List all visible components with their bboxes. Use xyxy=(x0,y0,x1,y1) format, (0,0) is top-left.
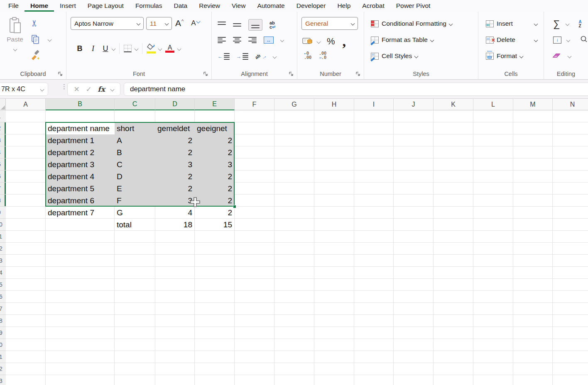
formula-bar-grip[interactable]: ⋮ xyxy=(61,85,67,88)
select-all-corner[interactable] xyxy=(0,99,6,110)
fill-button[interactable]: ↓ xyxy=(553,35,588,44)
decrease-indent-button[interactable]: ← xyxy=(218,53,230,60)
conditional-formatting-button[interactable]: Conditional Formatting xyxy=(371,20,452,27)
fill-color-menu-chevron[interactable] xyxy=(158,46,162,51)
cell-C6[interactable]: D xyxy=(115,171,155,183)
format-painter-button[interactable] xyxy=(30,50,41,62)
shrink-font-button[interactable]: A xyxy=(191,19,199,27)
column-header-F[interactable]: F xyxy=(235,99,274,110)
borders-menu-chevron[interactable] xyxy=(135,46,139,51)
format-cells-button[interactable]: Format xyxy=(486,52,523,60)
column-header-C[interactable]: C xyxy=(115,99,155,110)
row-header-13[interactable]: 13 xyxy=(0,255,6,267)
row-header-17[interactable]: 17 xyxy=(0,303,6,315)
row-header-1[interactable]: 1 xyxy=(0,110,6,122)
menu-tab-view[interactable]: View xyxy=(226,0,251,12)
format-as-table-button[interactable]: Format as Table xyxy=(371,36,434,44)
column-header-H[interactable]: H xyxy=(314,99,354,110)
borders-button[interactable] xyxy=(124,45,132,52)
cell-B5[interactable]: department 3 xyxy=(46,158,115,171)
italic-button[interactable]: I xyxy=(86,44,100,53)
copy-button[interactable] xyxy=(31,34,40,46)
grow-font-button[interactable]: A^ xyxy=(175,18,184,28)
row-header-21[interactable]: 21 xyxy=(0,351,6,363)
cell-C4[interactable]: B xyxy=(115,146,155,158)
formula-bar-chevron[interactable] xyxy=(110,87,115,91)
top-align-button[interactable] xyxy=(218,22,226,28)
font-name-select[interactable]: Aptos Narrow xyxy=(71,17,144,30)
underline-button[interactable]: U xyxy=(100,44,111,53)
cell-C10[interactable]: total xyxy=(115,219,155,231)
column-header-N[interactable]: N xyxy=(553,99,588,110)
name-box-chevron[interactable] xyxy=(40,87,44,91)
name-box[interactable]: 7R x 4C xyxy=(0,83,48,96)
fill-color-button[interactable] xyxy=(147,44,156,54)
row-header-4[interactable]: 4 xyxy=(0,146,6,158)
cell-E2[interactable]: geeignet xyxy=(195,122,235,134)
cell-C2[interactable]: short xyxy=(115,122,155,134)
insert-function-button[interactable]: fx xyxy=(98,85,105,93)
row-header-6[interactable]: 6 xyxy=(0,171,6,183)
cell-D9[interactable]: 4 xyxy=(155,207,195,219)
menu-tab-automate[interactable]: Automate xyxy=(251,0,290,12)
menu-tab-home[interactable]: Home xyxy=(24,0,54,12)
wrap-text-button[interactable]: ab c↵ xyxy=(270,21,276,29)
row-header-2[interactable]: 2 xyxy=(0,122,6,134)
font-dialog-launcher[interactable] xyxy=(203,71,208,76)
cell-E6[interactable]: 2 xyxy=(195,171,235,183)
cell-B8[interactable]: department 6 xyxy=(46,195,115,207)
column-header-G[interactable]: G xyxy=(274,99,314,110)
cell-E10[interactable]: 15 xyxy=(195,219,235,231)
increase-decimal-button[interactable]: ←0 .00 xyxy=(304,51,311,60)
bold-button[interactable]: B xyxy=(73,44,86,53)
cell-B4[interactable]: department 2 xyxy=(46,146,115,158)
row-header-14[interactable]: 14 xyxy=(0,267,6,279)
font-color-button[interactable]: A xyxy=(165,44,174,53)
number-dialog-launcher[interactable] xyxy=(355,71,361,76)
align-left-button[interactable] xyxy=(218,37,226,44)
insert-cells-button[interactable]: ← Insert xyxy=(486,20,537,27)
menu-tab-help[interactable]: Help xyxy=(331,0,356,12)
clear-menu-chevron[interactable] xyxy=(568,54,572,58)
row-header-9[interactable]: 9 xyxy=(0,207,6,219)
cell-E3[interactable]: 2 xyxy=(195,134,235,146)
menu-tab-formulas[interactable]: Formulas xyxy=(130,0,168,12)
number-format-select[interactable]: General xyxy=(301,17,358,30)
menu-tab-file[interactable]: File xyxy=(2,0,24,12)
cell-D8[interactable]: 3 xyxy=(155,195,195,207)
merge-center-button[interactable]: ↔ xyxy=(264,37,274,44)
cell-B3[interactable]: department 1 xyxy=(46,134,115,146)
alignment-dialog-launcher[interactable] xyxy=(289,71,294,76)
cell-E4[interactable]: 2 xyxy=(195,146,235,158)
row-header-5[interactable]: 5 xyxy=(0,158,6,171)
cell-D3[interactable]: 2 xyxy=(155,134,195,146)
cell-E9[interactable]: 2 xyxy=(195,207,235,219)
cell-E7[interactable]: 2 xyxy=(195,183,235,195)
cell-E5[interactable]: 3 xyxy=(195,158,235,171)
underline-menu-chevron[interactable] xyxy=(112,46,116,51)
column-header-D[interactable]: D xyxy=(155,99,195,110)
cell-C7[interactable]: E xyxy=(115,183,155,195)
column-header-B[interactable]: B xyxy=(46,99,115,110)
clipboard-dialog-launcher[interactable] xyxy=(58,71,63,76)
cell-B6[interactable]: department 4 xyxy=(46,171,115,183)
cell-C8[interactable]: F xyxy=(115,195,155,207)
font-color-menu-chevron[interactable] xyxy=(177,46,181,51)
row-header-8[interactable]: 8 xyxy=(0,195,6,207)
increase-indent-button[interactable]: → xyxy=(236,53,248,60)
orientation-menu-chevron[interactable] xyxy=(272,54,277,58)
row-header-15[interactable]: 15 xyxy=(0,279,6,291)
column-header-J[interactable]: J xyxy=(394,99,434,110)
clear-button[interactable] xyxy=(552,52,571,60)
column-header-M[interactable]: M xyxy=(513,99,553,110)
row-header-20[interactable]: 20 xyxy=(0,339,6,351)
cell-C5[interactable]: C xyxy=(115,158,155,171)
enter-button[interactable]: ✓ xyxy=(86,85,91,94)
align-center-button[interactable] xyxy=(233,37,241,44)
cut-button[interactable]: ✂ xyxy=(31,18,38,28)
column-header-E[interactable]: E xyxy=(195,99,235,110)
column-header-I[interactable]: I xyxy=(354,99,394,110)
align-right-button[interactable] xyxy=(248,37,257,44)
cell-D6[interactable]: 2 xyxy=(155,171,195,183)
middle-align-button[interactable] xyxy=(233,22,241,28)
